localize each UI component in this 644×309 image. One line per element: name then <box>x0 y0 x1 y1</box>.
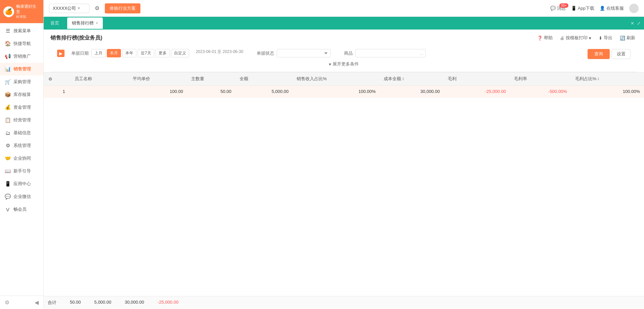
col-settings[interactable]: ⚙ <box>44 72 57 86</box>
sidebar-item-finance[interactable]: 💰 资金管理 <box>0 101 43 114</box>
app-center-icon: 📱 <box>5 181 11 187</box>
query-button[interactable]: 查询 <box>588 49 610 59</box>
tab-right-actions: ✕ ⤢ <box>631 21 644 26</box>
sidebar-item-label: 应用中心 <box>13 181 31 187</box>
footer-cost: 30,000.00 <box>125 300 144 306</box>
cell-employee <box>71 86 129 98</box>
cell-cost: 30,000.00 <box>380 86 444 98</box>
sidebar-item-quick-nav[interactable]: 🏠 快捷导航 <box>0 37 43 50</box>
help-icon: ❓ <box>537 36 543 41</box>
cell-sales-pct: 100.00% <box>293 86 380 98</box>
footer-amount: 5,000.00 <box>94 300 112 306</box>
footer-gross: -25,000.00 <box>158 300 178 306</box>
date-btn-current-month[interactable]: 本月 <box>107 49 121 57</box>
sidebar-item-sales[interactable]: 📊 销售管理 <box>0 63 43 75</box>
goods-input[interactable] <box>356 49 418 57</box>
online-support-label: 在线客服 <box>606 5 624 11</box>
sidebar-item-label: 销售管理 <box>13 66 31 72</box>
date-btn-7days[interactable]: 近7天 <box>138 49 154 57</box>
sidebar-item-marketing[interactable]: 📢 营销推广 <box>0 50 43 63</box>
date-btn-custom[interactable]: 自定义 <box>171 49 189 57</box>
trial-button[interactable]: 体验行业方案 <box>105 3 140 13</box>
sidebar-item-search-order[interactable]: ☰ 搜索菜单 <box>0 24 43 37</box>
expand-conditions-button[interactable]: ▾ 展开更多条件 <box>329 61 359 67</box>
footer-qty: 50.00 <box>70 300 81 306</box>
page-title: 销售排行榜(按业务员) <box>50 35 102 42</box>
window-close-icon[interactable]: ✕ <box>631 21 634 26</box>
help-button[interactable]: ❓ 帮助 <box>535 34 555 42</box>
logo-name: 畅康通好生意 <box>16 4 40 14</box>
top-header: XXXXX公司 ▾ ⚙ 体验行业方案 💬 消息 99+ 📱 App下载 👤 在线… <box>44 0 644 17</box>
company-selector[interactable]: XXXXX公司 ▾ <box>49 4 89 13</box>
col-gross: 毛利 <box>444 72 510 86</box>
sidebar-item-operation[interactable]: 📋 经营管理 <box>0 114 43 126</box>
sidebar-item-label: 快捷导航 <box>13 41 31 47</box>
tab-home[interactable]: 首页 <box>44 17 66 29</box>
sidebar-item-label: 营销推广 <box>13 53 31 59</box>
col-avg-price: 平均单价 <box>129 72 187 86</box>
sales-icon: 📊 <box>5 66 11 72</box>
member-icon: V <box>5 207 11 212</box>
export-button[interactable]: ⬇ 导出 <box>597 34 614 42</box>
sidebar-item-label: 基础信息 <box>13 130 31 136</box>
status-select[interactable] <box>277 49 331 57</box>
page-header: 销售排行榜(按业务员) ❓ 帮助 🖨 按模板打印 ▾ ⬇ 导出 <box>44 30 644 72</box>
sidebar-item-purchase[interactable]: 🛒 采购管理 <box>0 75 43 88</box>
sidebar-item-label: 企业协同 <box>13 155 31 161</box>
system-icon: ⚙ <box>5 143 11 149</box>
cell-qty: 50.00 <box>187 86 235 98</box>
marketing-icon: 📢 <box>5 53 11 59</box>
filter-toggle-icon[interactable]: ▶ <box>57 50 65 57</box>
online-support-btn[interactable]: 👤 在线客服 <box>600 5 624 11</box>
guide-icon: 📖 <box>5 168 11 174</box>
sidebar-item-app-center[interactable]: 📱 应用中心 <box>0 177 43 190</box>
export-icon: ⬇ <box>599 36 602 41</box>
column-settings-icon[interactable]: ⚙ <box>48 76 52 82</box>
sidebar-item-guide[interactable]: 📖 新手引导 <box>0 165 43 177</box>
app-download-btn[interactable]: 📱 App下载 <box>571 5 594 11</box>
sidebar-item-inventory[interactable]: 📦 库存核算 <box>0 88 43 101</box>
collapse-sidebar-icon[interactable]: ◀ <box>35 299 39 306</box>
download-icon: 📱 <box>571 6 576 11</box>
goods-more-icon[interactable]: ... <box>418 51 425 56</box>
table-header-row: ⚙ 员工名称 平均单价 主数量 全额 销售收入占比% 成本全额 ℹ 毛利 毛利率… <box>44 72 644 86</box>
filter-bar: ▶ 单据日期 上月 本月 本年 近7天 更多 自定义 <box>50 46 637 72</box>
tab-label: 销售排行榜 <box>72 20 94 26</box>
sidebar-item-wechat[interactable]: 💬 企业微信 <box>0 190 43 203</box>
user-avatar[interactable] <box>629 4 639 13</box>
tab-close-icon[interactable]: × <box>96 21 98 25</box>
cell-avg-price: 100.00 <box>129 86 187 98</box>
col-qty: 主数量 <box>187 72 235 86</box>
refresh-button[interactable]: 🔄 刷新 <box>618 34 637 42</box>
sidebar-item-basic-info[interactable]: 🗂 基础信息 <box>0 126 43 139</box>
date-btn-current-year[interactable]: 本年 <box>122 49 136 57</box>
print-button[interactable]: 🖨 按模板打印 ▾ <box>558 34 593 42</box>
gross-pct-info-icon: ℹ <box>598 77 599 81</box>
message-icon: 💬 <box>550 6 556 11</box>
window-expand-icon[interactable]: ⤢ <box>637 21 641 26</box>
sidebar-item-member[interactable]: V 畅会员 <box>0 203 43 216</box>
date-filter-group: 单据日期 上月 本月 本年 近7天 更多 自定义 <box>71 49 189 57</box>
purchase-icon: 🛒 <box>5 79 11 85</box>
date-btn-prev-month[interactable]: 上月 <box>91 49 105 57</box>
tab-sales-ranking[interactable]: 销售排行榜 × <box>67 17 103 29</box>
page-actions: ❓ 帮助 🖨 按模板打印 ▾ ⬇ 导出 🔄 刷新 <box>535 34 637 42</box>
date-range-text: 2023-06-01 至 2023-06-30 <box>196 49 243 55</box>
header-gear-icon[interactable]: ⚙ <box>93 4 101 13</box>
search-order-icon: ☰ <box>5 28 11 34</box>
col-gross-rate: 毛利率 <box>510 72 571 86</box>
settings-button[interactable]: 设置 <box>612 49 631 59</box>
sidebar-item-label: 畅会员 <box>13 206 27 212</box>
sidebar-item-system[interactable]: ⚙ 系统管理 <box>0 139 43 152</box>
message-btn[interactable]: 💬 消息 99+ <box>550 5 566 11</box>
data-table: ⚙ 员工名称 平均单价 主数量 全额 销售收入占比% 成本全额 ℹ 毛利 毛利率… <box>44 72 644 98</box>
cell-gross-pct: 100.00% <box>571 86 644 98</box>
operation-icon: 📋 <box>5 117 11 123</box>
cell-rank: 1 <box>57 86 71 98</box>
home-icon: 🏠 <box>5 41 11 47</box>
chevron-down-icon: ▾ <box>78 6 80 10</box>
sidebar-item-collab[interactable]: 🤝 企业协同 <box>0 152 43 165</box>
support-icon: 👤 <box>600 6 605 11</box>
date-btn-more[interactable]: 更多 <box>156 49 170 57</box>
bottom-settings-icon[interactable]: ⚙ <box>5 299 9 306</box>
